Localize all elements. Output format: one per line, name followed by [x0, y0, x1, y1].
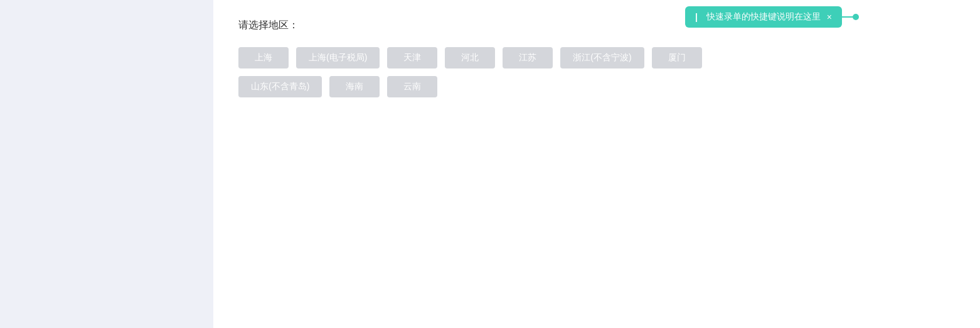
page-label: 请选择地区： — [238, 19, 955, 32]
region-button-zhejiang[interactable]: 浙江(不含宁波) — [560, 47, 644, 68]
region-button-hebei[interactable]: 河北 — [445, 47, 495, 68]
region-button-jiangsu[interactable]: 江苏 — [503, 47, 553, 68]
sidebar — [0, 0, 213, 328]
region-button-shanghai-etax[interactable]: 上海(电子税局) — [296, 47, 380, 68]
tooltip-close-button[interactable]: × — [827, 12, 832, 22]
tooltip-dot — [853, 14, 859, 20]
region-row-2: 山东(不含青岛)海南云南 — [238, 76, 955, 97]
region-row-1: 上海上海(电子税局)天津河北江苏浙江(不含宁波)厦门 — [238, 47, 955, 68]
region-button-yunnan[interactable]: 云南 — [387, 76, 437, 97]
region-button-shanghai[interactable]: 上海 — [238, 47, 289, 68]
tooltip-text: 快速录单的快捷键说明在这里 — [706, 11, 821, 23]
region-button-tianjin[interactable]: 天津 — [387, 47, 437, 68]
region-button-shandong[interactable]: 山东(不含青岛) — [238, 76, 322, 97]
region-button-xiamen[interactable]: 厦门 — [652, 47, 702, 68]
region-button-hainan[interactable]: 海南 — [329, 76, 380, 97]
tooltip-banner: 快速录单的快捷键说明在这里 × — [685, 6, 842, 28]
main-content: 请选择地区： 上海上海(电子税局)天津河北江苏浙江(不含宁波)厦门 山东(不含青… — [213, 0, 980, 328]
